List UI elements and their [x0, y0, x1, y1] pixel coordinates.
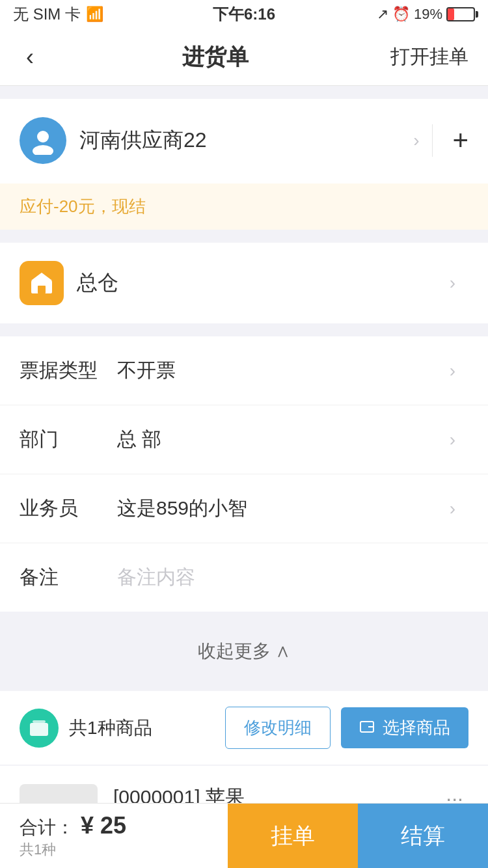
ticket-type-value: 不开票	[111, 357, 450, 384]
remark-placeholder: 备注内容	[111, 564, 468, 591]
total-prefix: 合计：	[20, 815, 74, 840]
battery-icon	[446, 7, 475, 21]
divider	[432, 124, 433, 157]
department-chevron-icon: ›	[450, 429, 455, 450]
remark-label: 备注	[20, 564, 111, 591]
product-count-text: 共1种商品	[69, 716, 215, 740]
warehouse-name: 总仓	[77, 269, 450, 297]
salesman-row[interactable]: 业务员 这是859的小智 ›	[0, 474, 488, 543]
ticket-type-row[interactable]: 票据类型 不开票 ›	[0, 336, 488, 405]
collapse-bar[interactable]: 收起更多 ∧	[0, 625, 488, 678]
ticket-type-label: 票据类型	[20, 357, 111, 384]
svg-rect-5	[30, 723, 48, 736]
svg-point-1	[33, 145, 53, 155]
svg-rect-6	[33, 720, 46, 723]
supplier-row[interactable]: 河南供应商22 › +	[0, 99, 488, 182]
salesman-value: 这是859的小智	[111, 495, 450, 522]
add-supplier-button[interactable]: +	[452, 125, 468, 156]
open-hold-button[interactable]: 打开挂单	[390, 44, 468, 70]
ticket-type-chevron-icon: ›	[450, 360, 455, 381]
alarm-icon: ⏰	[392, 6, 410, 23]
supplier-chevron-icon: ›	[413, 130, 419, 151]
svg-point-0	[37, 131, 49, 142]
battery-percent: 19%	[414, 6, 442, 23]
svg-marker-3	[31, 273, 52, 280]
battery-fill	[448, 8, 454, 20]
nav-bar: ‹ 进货单 打开挂单	[0, 29, 488, 86]
status-bar-left: 无 SIM 卡 📶	[13, 4, 103, 25]
supplier-section: 河南供应商22 › + 应付-20元，现结	[0, 99, 488, 230]
status-bar-time: 下午6:16	[213, 4, 275, 25]
warehouse-row[interactable]: 总仓 ›	[0, 243, 488, 323]
salesman-chevron-icon: ›	[450, 498, 455, 519]
warehouse-chevron-icon: ›	[450, 273, 455, 293]
location-icon: ↗	[377, 6, 388, 23]
select-product-label: 选择商品	[383, 716, 450, 739]
checkout-button[interactable]: 结算	[358, 804, 488, 868]
status-bar: 无 SIM 卡 📶 下午6:16 ↗ ⏰ 19%	[0, 0, 488, 29]
status-bar-right: ↗ ⏰ 19%	[377, 6, 475, 23]
page-title: 进货单	[182, 42, 249, 72]
warehouse-icon	[20, 261, 64, 305]
total-section: 合计： ¥ 25 共1种	[0, 804, 228, 868]
supplier-avatar	[20, 117, 66, 164]
svg-rect-4	[38, 286, 46, 293]
product-count-icon	[20, 709, 59, 748]
supplier-notice: 应付-20元，现结	[0, 183, 488, 230]
total-label: 合计： ¥ 25	[20, 812, 208, 840]
salesman-label: 业务员	[20, 495, 111, 522]
wifi-icon: 📶	[86, 6, 103, 23]
back-button[interactable]: ‹	[20, 37, 40, 77]
total-sub: 共1种	[20, 840, 208, 860]
select-product-button[interactable]: 选择商品	[341, 707, 468, 748]
bottom-bar: 合计： ¥ 25 共1种 挂单 结算	[0, 803, 488, 868]
department-row[interactable]: 部门 总 部 ›	[0, 405, 488, 474]
hold-button[interactable]: 挂单	[228, 804, 358, 868]
department-label: 部门	[20, 426, 111, 453]
carrier-text: 无 SIM 卡	[13, 4, 81, 25]
form-section: 票据类型 不开票 › 部门 总 部 › 业务员 这是859的小智 › 备注 备注…	[0, 336, 488, 612]
supplier-name: 河南供应商22	[79, 126, 413, 155]
edit-detail-button[interactable]: 修改明细	[225, 707, 331, 749]
department-value: 总 部	[111, 426, 450, 453]
remark-row[interactable]: 备注 备注内容	[0, 543, 488, 612]
total-amount: ¥ 25	[81, 812, 126, 839]
product-section-header: 共1种商品 修改明细 选择商品	[0, 691, 488, 765]
